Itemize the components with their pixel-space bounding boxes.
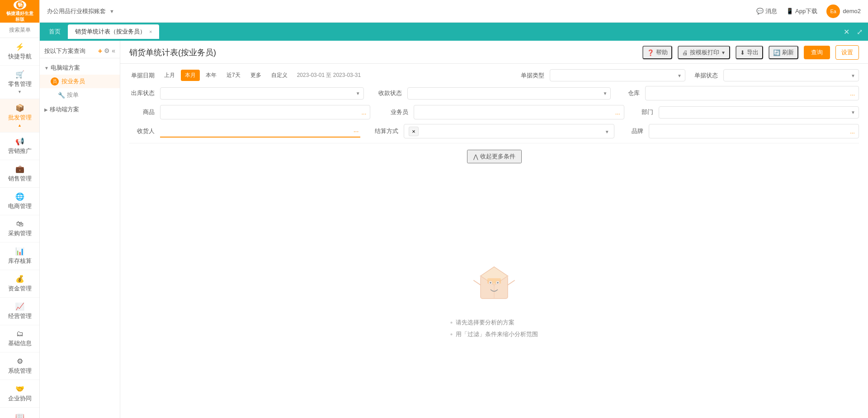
app-download-button[interactable]: 📱 App下载 bbox=[786, 7, 817, 15]
empty-hint-1: 请先选择要分析的方案 bbox=[450, 317, 538, 328]
brand-dots[interactable]: ... bbox=[850, 128, 855, 135]
collapse-arrow-icon: ⋀ bbox=[473, 153, 478, 160]
print-button[interactable]: 🖨 按模板打印 ▼ bbox=[678, 46, 730, 59]
query-button[interactable]: 查询 bbox=[804, 46, 830, 59]
panel-collapse-button[interactable]: « bbox=[112, 47, 115, 55]
refresh-button[interactable]: 🔄 刷新 bbox=[769, 46, 798, 59]
department-select[interactable] bbox=[659, 106, 859, 119]
settlement-arrow[interactable]: ▼ bbox=[605, 129, 609, 134]
sidebar-item-finance[interactable]: 💰 资金管理 bbox=[0, 270, 39, 298]
tab-close-icon[interactable]: × bbox=[149, 29, 152, 34]
quick-nav-icon: ⚡ bbox=[15, 43, 24, 51]
date-tab-7days[interactable]: 近7天 bbox=[222, 70, 245, 81]
date-tab-current-month[interactable]: 本月 bbox=[181, 70, 200, 81]
search-label: 搜索菜单 bbox=[3, 26, 37, 34]
doc-type-select[interactable] bbox=[550, 69, 685, 81]
sidebar-item-marketing[interactable]: 📢 营销推广 bbox=[0, 133, 39, 160]
pc-group-title[interactable]: ▼ 电脑端方案 bbox=[40, 61, 120, 75]
user-name: demo2 bbox=[843, 8, 861, 14]
print-icon: 🖨 bbox=[682, 49, 688, 56]
sidebar-item-enterprise[interactable]: 🤝 企业协同 bbox=[0, 380, 39, 408]
ecommerce-icon: 🌐 bbox=[15, 192, 24, 201]
settlement-tag-close[interactable]: × bbox=[412, 128, 415, 135]
sidebar-item-wholesale[interactable]: 📦 批发管理 ▲ bbox=[0, 99, 39, 133]
warehouse-dots[interactable]: ... bbox=[850, 90, 855, 97]
user-menu[interactable]: Ea demo2 bbox=[826, 5, 861, 18]
page-title: 销货单统计表(按业务员) bbox=[129, 47, 216, 58]
window-maximize-icon[interactable]: ⤢ bbox=[855, 26, 864, 38]
tab-bar: 首页 销货单统计表（按业务员） × ✕ ⤢ bbox=[40, 23, 868, 41]
doc-status-select[interactable] bbox=[723, 69, 859, 81]
settlement-tag: × bbox=[409, 127, 419, 136]
message-label: 消息 bbox=[765, 7, 777, 15]
svg-line-12 bbox=[508, 280, 514, 285]
date-range-text: 2023-03-01 至 2023-03-31 bbox=[297, 71, 361, 79]
goods-dots[interactable]: ... bbox=[361, 109, 366, 116]
help-button[interactable]: ❓ 帮助 bbox=[642, 46, 672, 59]
sidebar-item-purchase[interactable]: 🛍 采购管理 bbox=[0, 215, 39, 242]
inventory-icon: 📊 bbox=[15, 247, 24, 256]
consignee-dots[interactable]: ··· bbox=[354, 128, 359, 135]
sidebar-item-ecommerce[interactable]: 🌐 电商管理 bbox=[0, 188, 39, 215]
consignee-input[interactable] bbox=[160, 125, 360, 138]
scheme-by-salesperson[interactable]: 员 按业务员 bbox=[40, 75, 120, 88]
brand-label: 品牌 bbox=[625, 127, 643, 135]
date-tab-custom[interactable]: 自定义 bbox=[267, 70, 292, 81]
quick-nav-label: 快捷导航 bbox=[8, 52, 32, 61]
sidebar-item-guide[interactable]: 📖 新手引导 bbox=[0, 408, 39, 418]
date-tab-current-year[interactable]: 本年 bbox=[202, 70, 221, 81]
pc-group-arrow: ▼ bbox=[44, 66, 49, 71]
help-label: 帮助 bbox=[656, 48, 668, 57]
scheme-by-order[interactable]: 🔧 按单 bbox=[40, 88, 120, 102]
wholesale-icon: 📦 bbox=[15, 104, 24, 112]
receipt-select[interactable] bbox=[407, 87, 611, 100]
dropdown-arrow-icon[interactable]: ▼ bbox=[109, 9, 114, 14]
outbound-select[interactable] bbox=[160, 87, 364, 100]
app-logo: 畅 畅捷通好生意 标版 bbox=[0, 0, 39, 23]
date-tab-last-month[interactable]: 上月 bbox=[160, 70, 179, 81]
doc-type-label: 单据类型 bbox=[517, 71, 544, 80]
outbound-label: 出库状态 bbox=[129, 89, 155, 97]
main-area: 办公用品行业模拟账套 ▼ 💬 消息 📱 App下载 Ea demo2 首页 bbox=[40, 0, 868, 418]
salesperson-input-wrapper: ... bbox=[414, 105, 624, 119]
date-tab-more[interactable]: 更多 bbox=[246, 70, 265, 81]
settings-button[interactable]: 设置 bbox=[835, 45, 859, 60]
finance-icon: 💰 bbox=[15, 275, 24, 283]
scheme-settings-button[interactable]: ⚙ bbox=[104, 47, 110, 55]
salesperson-dots[interactable]: ... bbox=[615, 109, 620, 116]
svg-point-9 bbox=[490, 282, 491, 284]
enterprise-icon: 🤝 bbox=[15, 385, 24, 393]
tab-salesperson-stats[interactable]: 销货单统计表（按业务员） × bbox=[68, 24, 159, 39]
message-button[interactable]: 💬 消息 bbox=[756, 7, 777, 15]
warehouse-input-wrapper: ... bbox=[645, 86, 859, 100]
tab-home[interactable]: 首页 bbox=[43, 28, 66, 36]
refresh-label: 刷新 bbox=[782, 48, 794, 57]
sidebar-item-quick-nav[interactable]: ⚡ 快捷导航 bbox=[0, 38, 39, 66]
sidebar-search[interactable]: 搜索菜单 bbox=[0, 23, 39, 38]
department-select-wrapper bbox=[659, 106, 859, 119]
marketing-label: 营销推广 bbox=[8, 147, 32, 155]
sidebar-item-system[interactable]: ⚙ 系统管理 bbox=[0, 352, 39, 380]
message-icon: 💬 bbox=[756, 8, 764, 14]
mobile-group-label: 移动端方案 bbox=[50, 105, 79, 114]
sidebar-item-retail[interactable]: 🛒 零售管理 ▼ bbox=[0, 66, 39, 99]
sales-icon: 💼 bbox=[15, 165, 24, 173]
export-button[interactable]: ⬇ 导出 bbox=[736, 46, 763, 59]
sidebar-item-sales[interactable]: 💼 销售管理 bbox=[0, 160, 39, 188]
receipt-label: 收款状态 bbox=[375, 89, 402, 97]
sidebar-item-operation[interactable]: 📈 经营管理 bbox=[0, 298, 39, 325]
export-icon: ⬇ bbox=[740, 49, 745, 56]
svg-point-10 bbox=[497, 282, 499, 284]
mobile-group-title[interactable]: ▶ 移动端方案 bbox=[40, 103, 120, 116]
collapse-button[interactable]: ⋀ 收起更多条件 bbox=[467, 150, 522, 163]
sidebar-item-inventory[interactable]: 📊 库存核算 bbox=[0, 242, 39, 270]
refresh-icon: 🔄 bbox=[773, 49, 780, 56]
add-scheme-button[interactable]: + bbox=[98, 47, 102, 55]
sidebar-item-basic[interactable]: 🗂 基础信息 bbox=[0, 325, 39, 352]
inventory-label: 库存核算 bbox=[8, 257, 32, 265]
settings-label: 设置 bbox=[841, 48, 853, 57]
window-close-icon[interactable]: ✕ bbox=[842, 26, 851, 38]
logo-text: 畅捷通好生意 标版 bbox=[6, 10, 33, 22]
order-scheme-icon: 🔧 bbox=[58, 92, 65, 99]
pc-scheme-group: ▼ 电脑端方案 员 按业务员 🔧 按单 bbox=[40, 60, 120, 103]
